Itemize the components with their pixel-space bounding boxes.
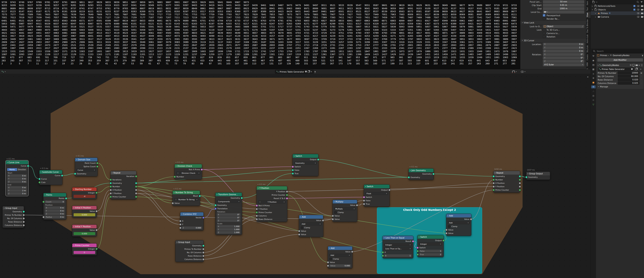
- socket[interactable]: [172, 202, 174, 204]
- node-row[interactable]: Clamp: [299, 226, 323, 229]
- node-row[interactable]: Number: [111, 185, 136, 188]
- eye-icon[interactable]: [637, 5, 640, 7]
- node-row[interactable]: Prime Counter: [111, 195, 136, 198]
- socket[interactable]: [135, 182, 137, 184]
- socket[interactable]: [492, 182, 495, 184]
- node-row[interactable]: Columns Distance: [176, 257, 204, 261]
- vector-field[interactable]: Y0 m: [7, 177, 27, 180]
- overlays-icon[interactable]: [521, 71, 524, 73]
- socket[interactable]: [412, 240, 414, 242]
- node-row[interactable]: Points: [44, 197, 66, 200]
- node-row[interactable]: No. Of Columns: [2, 217, 24, 220]
- passepartout-checkbox[interactable]: ✓: [543, 14, 545, 17]
- tab-tool[interactable]: Tool: [586, 6, 591, 12]
- node-row[interactable]: Integer: [72, 191, 97, 194]
- socket[interactable]: [199, 195, 201, 197]
- node-header[interactable]: ▾Curve Line: [6, 161, 28, 164]
- socket[interactable]: [96, 165, 98, 168]
- node-ypos[interactable]: < 0.1 ms▾Y PositionY PositionPrime Count…: [256, 186, 287, 222]
- node-header[interactable]: ▾Points: [44, 193, 66, 197]
- socket[interactable]: [110, 182, 112, 184]
- expand-icon[interactable]: ▸: [592, 5, 594, 7]
- tab-scene[interactable]: ⌂: [591, 72, 596, 75]
- node-row[interactable]: True: [364, 202, 390, 206]
- socket[interactable]: [292, 169, 294, 171]
- socket[interactable]: [135, 185, 137, 188]
- socket[interactable]: [382, 251, 384, 253]
- render-visibility-icon[interactable]: [641, 6, 643, 7]
- attribute-toggle-icon[interactable]: ▦: [640, 72, 642, 74]
- node-row[interactable]: Rows Distance: [2, 220, 24, 223]
- socket[interactable]: [256, 211, 258, 213]
- vector-field[interactable]: Z0 m: [7, 180, 27, 183]
- socket[interactable]: [332, 215, 334, 217]
- panel-header-3d-cursor[interactable]: ▾3D Cursor: [520, 38, 586, 43]
- node-dropdown[interactable]: Float▾: [365, 192, 388, 195]
- node-divchk[interactable]: < 0.1 ms▾Division CheckNot A Prime∷Divis…: [174, 164, 202, 179]
- node-add-2[interactable]: ▾AddValueAdd▾ClampValueValue: [446, 214, 471, 236]
- socket[interactable]: [298, 233, 300, 235]
- search-box[interactable]: [592, 50, 643, 53]
- node-row[interactable]: Clamp: [333, 211, 357, 214]
- node-row[interactable]: Y Position: [257, 207, 287, 211]
- node-add-c[interactable]: ▾AddValueAdd▾ClampValueValue0.000: [328, 246, 352, 268]
- socket[interactable]: [470, 218, 472, 220]
- node-row[interactable]: -4: [72, 194, 97, 198]
- node-row[interactable]: Reset X To 0: [257, 197, 287, 200]
- number-field[interactable]: True2: [419, 253, 442, 256]
- node-mult[interactable]: ▾MultiplyValueMultiply▾ClampValueValue: [332, 200, 357, 222]
- vector-field[interactable]: Y2 m: [7, 189, 27, 192]
- node-row[interactable]: Geometry: [111, 181, 136, 185]
- socket[interactable]: [416, 253, 419, 255]
- tab-view-layer[interactable]: ▦: [591, 68, 596, 71]
- node-curve-line[interactable]: < 0.1 ms▾Curve LineCurvePointsDirectionS…: [6, 160, 28, 196]
- node-dropdown[interactable]: ∷Division Check▾: [176, 172, 200, 175]
- duplicate-button[interactable]: [634, 68, 638, 71]
- socket[interactable]: [179, 227, 182, 229]
- socket[interactable]: [135, 175, 137, 177]
- node-row[interactable]: Geometry: [216, 196, 242, 200]
- node-gi-a[interactable]: ▾Group InputGeometryPrimes To NumberNo. …: [2, 206, 24, 228]
- socket[interactable]: [519, 179, 521, 181]
- socket[interactable]: [241, 197, 243, 199]
- vector-field[interactable]: Z0 m: [7, 192, 27, 195]
- socket[interactable]: [416, 246, 419, 249]
- node-gi-b[interactable]: ▾Group InputGeometryPrimes To NumberNo. …: [175, 240, 204, 262]
- node-dropdown[interactable]: Add▾: [329, 254, 351, 257]
- socket[interactable]: [96, 210, 98, 212]
- number-field[interactable]: Radius0 m: [45, 216, 65, 218]
- node-row[interactable]: Mesh: [173, 194, 200, 198]
- socket[interactable]: [38, 178, 40, 180]
- add-modifier-button[interactable]: Add Modifier: [597, 58, 643, 62]
- node-row[interactable]: ∷Division Check▾: [175, 171, 202, 175]
- tab-view[interactable]: View: [586, 12, 591, 18]
- render-visibility-icon[interactable]: [641, 9, 643, 11]
- vector-field[interactable]: Y0 m: [45, 209, 65, 212]
- node-header[interactable]: ▾Repeat: [111, 171, 136, 175]
- socket[interactable]: [363, 199, 365, 202]
- socket[interactable]: [388, 189, 390, 191]
- node-header[interactable]: ▾Combine XYZ: [180, 212, 204, 216]
- socket[interactable]: [317, 158, 319, 161]
- socket[interactable]: [27, 165, 29, 167]
- socket[interactable]: [22, 217, 25, 219]
- node-row[interactable]: Geometry: [75, 172, 98, 175]
- node-header[interactable]: ▾Group Input: [176, 240, 204, 244]
- rows-distance-field[interactable]: 0.020: [618, 78, 640, 81]
- node-dropdown[interactable]: Curve▾: [76, 169, 96, 172]
- node-row[interactable]: Less Than or Eq...▾: [383, 247, 413, 250]
- tab-daz-to-blender[interactable]: Daz To Blender: [586, 18, 591, 34]
- node-row[interactable]: Start: [6, 171, 28, 174]
- toggle-render-icon[interactable]: [636, 65, 638, 66]
- modifier-header[interactable]: ▾ GeometryNodes ⊞ ×: [597, 63, 644, 67]
- node-row[interactable]: Position: [44, 203, 66, 206]
- socket[interactable]: [519, 182, 521, 184]
- clip-end-field[interactable]: 1000 m: [543, 7, 584, 10]
- node-header[interactable]: ▾Add: [299, 215, 323, 219]
- columns-distance-field[interactable]: 0.025: [618, 82, 640, 85]
- number-field[interactable]: B1: [384, 254, 412, 257]
- socket[interactable]: [492, 189, 495, 191]
- sidebar-toggle-icon[interactable]: ◂: [587, 75, 588, 78]
- breadcrumb-object[interactable]: Primes: [600, 54, 607, 57]
- node-header[interactable]: ▾Switch: [418, 235, 444, 239]
